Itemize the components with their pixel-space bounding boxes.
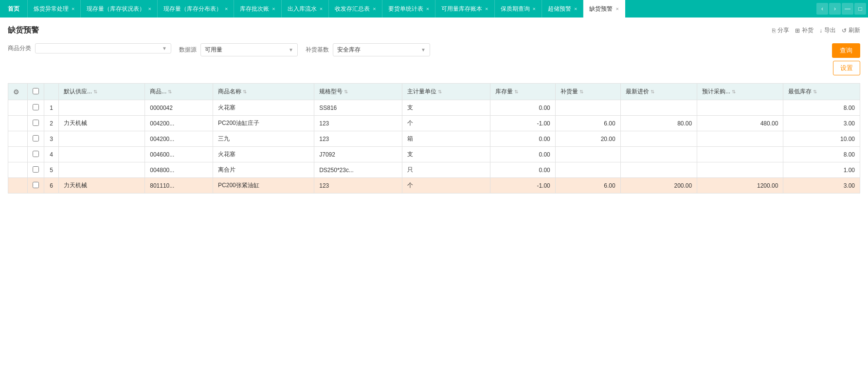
th-default-supplier[interactable]: 默认供应... ⇅ — [59, 84, 145, 100]
th-latest-price[interactable]: 最新进价 ⇅ — [620, 84, 697, 100]
window-maximize-button[interactable]: □ — [854, 3, 866, 15]
td-supplier-0 — [59, 100, 145, 116]
td-gear-2 — [8, 131, 28, 147]
export-action[interactable]: ↓ 导出 — [819, 26, 836, 35]
table-row: 4 004600... 火花塞 J7092 支 0.00 8.00 — [8, 147, 860, 162]
th-product-name[interactable]: 商品名称 ⇅ — [213, 84, 314, 100]
tab-close-available-ledger[interactable]: × — [485, 6, 488, 12]
td-stock-5: -1.00 — [490, 178, 555, 194]
td-check-5[interactable] — [28, 178, 44, 194]
td-unit-3: 支 — [402, 147, 490, 162]
tab-receive-summary[interactable]: 收发存汇总表 × — [329, 0, 382, 18]
select-all-checkbox[interactable] — [33, 88, 39, 94]
tab-close-order-stats[interactable]: × — [426, 6, 429, 12]
td-gear-4 — [8, 162, 28, 178]
tab-available-ledger[interactable]: 可用量库存账本 × — [435, 0, 494, 18]
query-button[interactable]: 查询 — [832, 43, 860, 58]
td-spec-4: DS250*23c... — [314, 162, 402, 178]
th-replenish-qty[interactable]: 补货量 ⇅ — [555, 84, 620, 100]
td-replenish-2: 20.00 — [555, 131, 620, 147]
row-checkbox-1[interactable] — [33, 120, 39, 126]
tab-close-inout-flow[interactable]: × — [320, 6, 323, 12]
tab-order-stats[interactable]: 要货单统计表 × — [382, 0, 435, 18]
window-minimize-button[interactable]: — — [842, 3, 853, 15]
tab-inout-flow[interactable]: 出入库流水 × — [282, 0, 329, 18]
th-stock-qty[interactable]: 库存量 ⇅ — [490, 84, 555, 100]
row-checkbox-4[interactable] — [33, 166, 39, 173]
td-code-3: 004600... — [145, 147, 213, 162]
gear-icon[interactable]: ⚙ — [13, 88, 19, 96]
td-stock-1: -1.00 — [490, 116, 555, 131]
th-min-stock[interactable]: 最低库存 ⇅ — [783, 84, 860, 100]
th-product-code[interactable]: 商品... ⇅ — [145, 84, 213, 100]
datasource-select[interactable]: 可用量 ▼ — [200, 43, 298, 56]
tab-close-receive-summary[interactable]: × — [373, 6, 376, 12]
replenish-icon: ⊞ — [795, 27, 800, 34]
category-label: 商品分类 — [8, 44, 31, 53]
refresh-action[interactable]: ↺ 刷新 — [842, 26, 860, 35]
row-checkbox-3[interactable] — [33, 151, 39, 157]
row-checkbox-2[interactable] — [33, 135, 39, 141]
tab-inventory-dist[interactable]: 现存量（库存分布表） × — [158, 0, 234, 18]
table-row: 2 力天机械 004200... PC200油缸庄子 123 个 -1.00 6… — [8, 116, 860, 131]
td-code-1: 004200... — [145, 116, 213, 131]
th-row-num — [44, 84, 59, 100]
tab-close-overstock[interactable]: × — [574, 6, 577, 12]
tab-expiry-query[interactable]: 保质期查询 × — [495, 0, 542, 18]
td-stock-4: 0.00 — [490, 162, 555, 178]
td-name-4: 离合片 — [213, 162, 314, 178]
td-replenish-5: 6.00 — [555, 178, 620, 194]
tab-close-shortage[interactable]: × — [615, 6, 618, 12]
tab-inventory-status[interactable]: 现存量（库存状况表） × — [81, 0, 157, 18]
category-select[interactable]: ▼ — [35, 43, 171, 53]
td-replenish-1: 6.00 — [555, 116, 620, 131]
tab-close-abnormal[interactable]: × — [72, 6, 74, 12]
tab-nav-buttons: ‹ › — □ — [816, 3, 868, 15]
th-estimated-purchase[interactable]: 预计采购... ⇅ — [697, 84, 783, 100]
td-check-3[interactable] — [28, 147, 44, 162]
td-name-1: PC200油缸庄子 — [213, 116, 314, 131]
td-spec-0: SS816 — [314, 100, 402, 116]
th-spec[interactable]: 规格型号 ⇅ — [314, 84, 402, 100]
datasource-value: 可用量 — [205, 46, 222, 54]
td-check-4[interactable] — [28, 162, 44, 178]
td-unit-5: 个 — [402, 178, 490, 194]
tab-close-inventory-dist[interactable]: × — [225, 6, 228, 12]
tab-home[interactable]: 首页 — [0, 0, 28, 18]
replenish-action[interactable]: ⊞ 补货 — [795, 26, 814, 35]
tab-close-inventory-status[interactable]: × — [148, 6, 151, 12]
settings-button[interactable]: 设置 — [833, 61, 860, 75]
replenish-basis-select[interactable]: 安全库存 ▼ — [333, 43, 430, 56]
td-supplier-2 — [59, 131, 145, 147]
td-check-2[interactable] — [28, 131, 44, 147]
td-price-0 — [620, 100, 697, 116]
table-header-row: ⚙ 默认供应... ⇅ 商品... ⇅ — [8, 84, 860, 100]
page-header: 缺货预警 ⎘ 分享 ⊞ 补货 ↓ 导出 ↺ 刷新 — [8, 25, 860, 35]
row-checkbox-0[interactable] — [33, 104, 39, 110]
th-gear[interactable]: ⚙ — [8, 84, 28, 100]
td-check-0[interactable] — [28, 100, 44, 116]
share-action[interactable]: ⎘ 分享 — [772, 26, 789, 35]
th-check[interactable] — [28, 84, 44, 100]
tab-batch-account[interactable]: 库存批次账 × — [234, 0, 281, 18]
tab-next-button[interactable]: › — [829, 3, 841, 15]
tab-close-expiry-query[interactable]: × — [533, 6, 536, 12]
td-estimated-0 — [697, 100, 783, 116]
row-checkbox-5[interactable] — [33, 182, 39, 188]
sort-icon-name: ⇅ — [243, 89, 247, 94]
td-gear-5 — [8, 178, 28, 194]
category-chevron-icon: ▼ — [162, 46, 167, 51]
tab-shortage[interactable]: 缺货预警 × — [583, 0, 625, 18]
sort-icon-min-stock: ⇅ — [813, 89, 817, 94]
th-unit[interactable]: 主计量单位 ⇅ — [402, 84, 490, 100]
tab-overstock[interactable]: 超储预警 × — [542, 0, 583, 18]
tab-abnormal[interactable]: 炼货异常处理 × — [28, 0, 81, 18]
tab-prev-button[interactable]: ‹ — [816, 3, 828, 15]
td-check-1[interactable] — [28, 116, 44, 131]
td-minstock-4: 1.00 — [783, 162, 860, 178]
td-unit-1: 个 — [402, 116, 490, 131]
td-name-2: 三九 — [213, 131, 314, 147]
tab-close-batch-account[interactable]: × — [272, 6, 275, 12]
table-row: 3 004200... 三九 123 箱 0.00 20.00 10.00 — [8, 131, 860, 147]
td-stock-0: 0.00 — [490, 100, 555, 116]
